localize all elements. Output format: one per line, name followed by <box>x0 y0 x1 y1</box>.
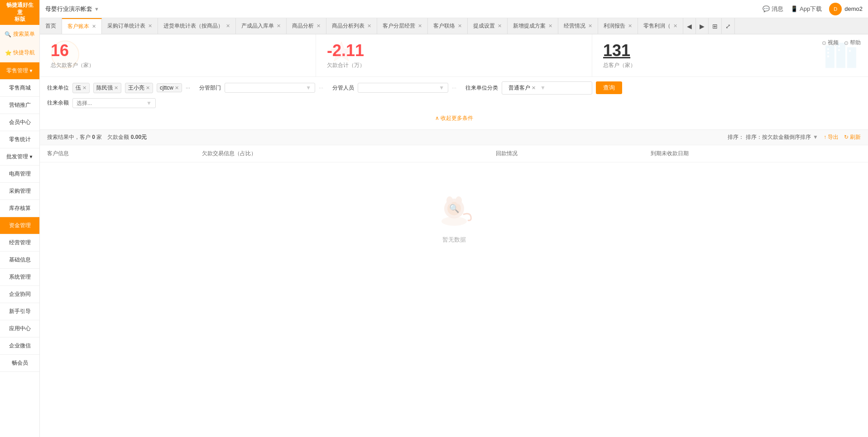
query-button[interactable]: 查询 <box>596 81 622 94</box>
dept-select[interactable]: ▼ <box>225 83 315 93</box>
tab-close-commission-settings[interactable]: ✕ <box>498 23 502 29</box>
filter-tag-chen-close[interactable]: ✕ <box>114 85 118 91</box>
tab-home[interactable]: 首页 <box>40 18 62 34</box>
tab-close-inbound-stats[interactable]: ✕ <box>226 23 230 29</box>
sidebar-item-marketing[interactable]: 营销推广 <box>0 97 39 114</box>
tab-close-purchase-order-stats[interactable]: ✕ <box>148 23 152 29</box>
remaining-input[interactable] <box>77 100 144 106</box>
unit-category-select[interactable]: 普通客户 ✕ ▼ <box>502 81 592 95</box>
dept-more-button[interactable]: ··· <box>319 85 323 91</box>
tab-next-button[interactable]: ▶ <box>696 18 709 34</box>
stat2-content: -2.11 欠款合计（万） <box>327 42 581 69</box>
help-icon: ⊙ <box>844 40 849 46</box>
tab-close-customer-segment[interactable]: ✕ <box>418 23 422 29</box>
svg-point-16 <box>446 196 453 204</box>
svg-rect-8 <box>827 56 829 57</box>
sidebar-item-retail-stats[interactable]: 零售统计 <box>0 131 39 148</box>
tab-profit-report[interactable]: 利润报告 ✕ <box>598 18 638 34</box>
sidebar-item-free-member[interactable]: 畅会员 <box>0 355 39 372</box>
sidebar-item-ecommerce[interactable]: 电商管理 <box>0 166 39 183</box>
tab-prev-button[interactable]: ◀ <box>683 18 696 34</box>
help-button[interactable]: ⊙ 帮助 <box>844 39 861 47</box>
account-selector[interactable]: 母婴行业演示帐套 ▼ <box>45 5 99 13</box>
topbar-right: 💬 消息 📱 App下载 D demo2 <box>762 3 863 15</box>
filter-tag-wang-close[interactable]: ✕ <box>146 85 150 91</box>
overdue-amount-label: 欠款合计（万） <box>327 62 581 69</box>
tab-customer-contact[interactable]: 客户联络 ✕ <box>428 18 468 34</box>
tab-expand-button[interactable]: ⊞ <box>709 18 722 34</box>
col-repayment-status: 回款情况 <box>489 145 643 162</box>
dept-filter-label: 分管部门 <box>199 84 221 92</box>
tab-inbound-stats[interactable]: 进货单统计表（按商品） ✕ <box>158 18 236 34</box>
tab-close-ops-status[interactable]: ✕ <box>588 23 592 29</box>
empty-illustration: 🔍 <box>434 190 475 230</box>
video-help-button[interactable]: ⊙ 视频 <box>822 39 839 47</box>
search-icon: 🔍 <box>5 31 11 38</box>
empty-state-row: 🔍 暂无数据 <box>40 162 868 271</box>
tab-retail-profit[interactable]: 零售利润（ ✕ <box>638 18 683 34</box>
tab-close-profit-report[interactable]: ✕ <box>628 23 632 29</box>
person-more-button[interactable]: ··· <box>452 85 456 91</box>
sidebar-item-purchase-mgmt[interactable]: 采购管理 <box>0 183 39 200</box>
filter-tag-cjttcw-close[interactable]: ✕ <box>175 85 179 91</box>
app-download-button[interactable]: 📱 App下载 <box>791 5 822 13</box>
tab-customer-accounts[interactable]: 客户账本 ✕ <box>62 18 102 34</box>
tab-close-product-analysis[interactable]: ✕ <box>317 23 321 29</box>
tab-close-product-analysis-list[interactable]: ✕ <box>367 23 371 29</box>
sidebar-item-retail-mall[interactable]: 零售商城 <box>0 80 39 97</box>
table-header: 客户信息 欠款交易信息（占比） 回款情况 到期未收款日期 <box>40 145 868 162</box>
tab-product-analysis-list[interactable]: 商品分析列表 ✕ <box>326 18 377 34</box>
search-menu-button[interactable]: 🔍 搜索菜单 <box>3 28 37 40</box>
filter-tag-wu: 伍 ✕ <box>72 83 90 93</box>
sidebar-item-member-center[interactable]: 会员中心 <box>0 114 39 131</box>
tab-close-retail-profit[interactable]: ✕ <box>673 23 677 29</box>
tab-new-commission[interactable]: 新增提成方案 ✕ <box>508 18 558 34</box>
tab-customer-segment[interactable]: 客户分层经营 ✕ <box>377 18 428 34</box>
sidebar-search-area[interactable]: 🔍 搜索菜单 <box>0 25 39 43</box>
tab-close-customer-accounts[interactable]: ✕ <box>92 24 96 29</box>
tab-product-inbound[interactable]: 产成品入库单 ✕ <box>236 18 287 34</box>
tab-commission-settings[interactable]: 提成设置 ✕ <box>468 18 508 34</box>
sidebar-item-enterprise-wechat[interactable]: 企业微信 <box>0 337 39 355</box>
svg-text:¥: ¥ <box>61 47 69 61</box>
message-button[interactable]: 💬 消息 <box>762 5 783 13</box>
filter-tag-normal-customer-close[interactable]: ✕ <box>532 85 536 91</box>
sidebar-item-beginner-guide[interactable]: 新手引导 <box>0 303 39 320</box>
tab-close-product-inbound[interactable]: ✕ <box>277 23 281 29</box>
svg-marker-2 <box>331 42 352 61</box>
tab-close-new-commission[interactable]: ✕ <box>548 23 552 29</box>
sort-selector[interactable]: 排序： 排序：按欠款金额倒序排序 ▼ <box>728 133 818 141</box>
sidebar-item-enterprise-coop[interactable]: 企业协同 <box>0 286 39 303</box>
sidebar-item-sys-mgmt[interactable]: 系统管理 <box>0 269 39 286</box>
svg-rect-3 <box>825 46 834 68</box>
topbar: 母婴行业演示帐套 ▼ 💬 消息 📱 App下载 D demo2 <box>40 0 868 18</box>
person-input[interactable] <box>362 85 437 91</box>
tab-product-analysis[interactable]: 商品分析 ✕ <box>287 18 326 34</box>
sidebar-item-capital-mgmt[interactable]: 资金管理 <box>0 217 39 234</box>
total-customers-value: 131 <box>603 42 857 60</box>
dept-input[interactable] <box>229 85 304 91</box>
filter-more-tags[interactable]: ··· <box>186 85 190 91</box>
person-select[interactable]: ▼ <box>358 83 448 93</box>
tab-fullscreen-button[interactable]: ⤢ <box>722 18 735 34</box>
sidebar-item-wholesale-mgmt[interactable]: 批发管理 ▼ <box>0 148 39 166</box>
tab-ops-status[interactable]: 经营情况 ✕ <box>558 18 598 34</box>
remaining-select[interactable]: ▼ <box>72 98 156 108</box>
tab-purchase-order-stats[interactable]: 采购订单统计表 ✕ <box>102 18 158 34</box>
star-icon: ⭐ <box>5 50 12 56</box>
refresh-button[interactable]: ↻ 刷新 <box>844 133 861 141</box>
quick-nav-area[interactable]: ⭐ 零售商城 快捷导航 <box>0 43 39 62</box>
sidebar-item-basic-info[interactable]: 基础信息 <box>0 252 39 269</box>
tab-close-customer-contact[interactable]: ✕ <box>458 23 462 29</box>
sidebar-item-inventory[interactable]: 库存核算 <box>0 200 39 217</box>
collapse-button[interactable]: ∧ 收起更多条件 <box>435 114 473 122</box>
collapse-bar: ∧ 收起更多条件 <box>47 112 861 125</box>
filter-tag-wu-close[interactable]: ✕ <box>82 85 86 91</box>
sidebar-item-retail-mgmt[interactable]: 零售管理 ▼ <box>0 62 39 80</box>
filter-row-2: 往来余额 ▼ <box>47 98 861 108</box>
quick-nav-button[interactable]: ⭐ 零售商城 快捷导航 <box>3 47 37 58</box>
sidebar-item-app-center[interactable]: 应用中心 <box>0 320 39 337</box>
export-button[interactable]: ↑ 导出 <box>824 133 839 141</box>
sidebar-item-ops-mgmt[interactable]: 经营管理 <box>0 234 39 252</box>
user-menu[interactable]: D demo2 <box>829 3 863 15</box>
